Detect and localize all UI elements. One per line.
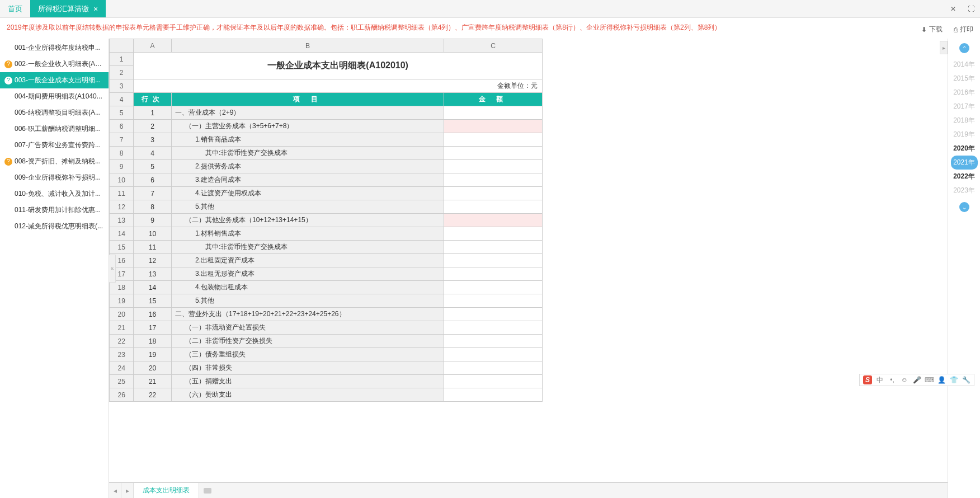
row-header[interactable]: 18 <box>110 281 134 294</box>
line-number-cell[interactable]: 2 <box>134 120 172 133</box>
print-button[interactable]: ⎙ 打印 <box>954 25 973 34</box>
amount-cell[interactable] <box>444 120 543 133</box>
item-cell[interactable]: 一、营业成本（2+9） <box>171 106 444 120</box>
item-cell[interactable]: （二）其他业务成本（10+12+13+14+15） <box>171 214 444 227</box>
row-header[interactable]: 25 <box>110 375 134 388</box>
ime-logo-icon[interactable]: S <box>863 375 872 384</box>
row-header[interactable]: 14 <box>110 227 134 241</box>
ime-user-icon[interactable]: 👤 <box>937 375 946 384</box>
amount-cell[interactable] <box>444 160 543 173</box>
item-cell[interactable]: （一）非流动资产处置损失 <box>171 321 444 335</box>
col-header-c[interactable]: C <box>444 39 543 53</box>
item-cell[interactable]: （六）赞助支出 <box>171 388 444 402</box>
row-header[interactable]: 26 <box>110 388 134 402</box>
amount-cell[interactable] <box>444 241 543 254</box>
help-icon[interactable]: ? <box>4 77 12 84</box>
amount-cell[interactable] <box>444 254 543 267</box>
close-icon[interactable]: × <box>93 4 98 13</box>
amount-cell[interactable] <box>444 361 543 375</box>
ime-keyboard-icon[interactable]: ⌨ <box>925 375 934 384</box>
year-item[interactable]: 2015年 <box>951 72 978 86</box>
line-number-cell[interactable]: 19 <box>134 348 172 361</box>
year-item[interactable]: 2022年 <box>951 170 978 184</box>
ime-tool-icon[interactable]: 🔧 <box>962 375 970 384</box>
year-item[interactable]: 2017年 <box>951 100 978 114</box>
amount-cell[interactable] <box>444 187 543 200</box>
sidebar-item[interactable]: 010-免税、减计收入及加计... <box>0 186 109 202</box>
sidebar-item[interactable]: 011-研发费用加计扣除优惠... <box>0 202 109 218</box>
line-number-cell[interactable]: 12 <box>134 254 172 267</box>
item-cell[interactable]: （四）非常损失 <box>171 361 444 375</box>
row-header[interactable]: 21 <box>110 321 134 335</box>
sheet-nav-first-icon[interactable]: ◂ <box>109 483 121 498</box>
year-item[interactable]: 2023年 <box>951 184 978 198</box>
horizontal-scrollbar[interactable] <box>199 483 948 498</box>
ime-skin-icon[interactable]: 👕 <box>949 375 958 384</box>
row-header[interactable]: 11 <box>110 187 134 200</box>
line-number-cell[interactable]: 17 <box>134 321 172 335</box>
amount-cell[interactable] <box>444 348 543 361</box>
col-header-b[interactable]: B <box>171 39 444 53</box>
item-cell[interactable]: 二、营业外支出（17+18+19+20+21+22+23+24+25+26） <box>171 308 444 321</box>
download-button[interactable]: ⬇ 下载 <box>921 25 943 34</box>
row-header[interactable]: 8 <box>110 147 134 160</box>
year-item[interactable]: 2014年 <box>951 58 978 72</box>
row-header[interactable]: 10 <box>110 173 134 187</box>
row-header[interactable]: 9 <box>110 160 134 173</box>
item-cell[interactable]: （三）债务重组损失 <box>171 348 444 361</box>
sidebar-item[interactable]: ?002-一般企业收入明细表(A10... <box>0 56 109 72</box>
item-cell[interactable]: 2.提供劳务成本 <box>171 160 444 173</box>
ime-emoji-icon[interactable]: ☺ <box>900 375 909 384</box>
amount-cell[interactable] <box>444 133 543 147</box>
amount-cell[interactable] <box>444 281 543 294</box>
sidebar-item[interactable]: ?008-资产折旧、摊销及纳税... <box>0 153 109 170</box>
item-cell[interactable]: 3.建造合同成本 <box>171 173 444 187</box>
row-header[interactable]: 22 <box>110 335 134 348</box>
ime-toolbar[interactable]: S 中 •, ☺ 🎤 ⌨ 👤 👕 🔧 <box>859 374 974 386</box>
row-header[interactable]: 7 <box>110 133 134 147</box>
help-icon[interactable]: ? <box>4 60 12 68</box>
year-item[interactable]: 2018年 <box>951 114 978 128</box>
amount-cell[interactable] <box>444 388 543 402</box>
year-rail-expand-handle[interactable]: ▸ <box>940 41 948 54</box>
item-cell[interactable]: 1.材料销售成本 <box>171 227 444 241</box>
line-number-cell[interactable]: 3 <box>134 133 172 147</box>
row-header[interactable]: 3 <box>110 79 134 93</box>
year-item[interactable]: 2021年 <box>951 156 978 170</box>
sidebar-item[interactable]: 004-期间费用明细表(A1040... <box>0 88 109 105</box>
sidebar-item[interactable]: 006-职工薪酬纳税调整明细... <box>0 121 109 137</box>
line-number-cell[interactable]: 18 <box>134 335 172 348</box>
year-up-icon[interactable]: ⌃ <box>959 43 969 53</box>
line-number-cell[interactable]: 16 <box>134 308 172 321</box>
row-header[interactable]: 12 <box>110 200 134 214</box>
amount-cell[interactable] <box>444 214 543 227</box>
amount-cell[interactable] <box>444 173 543 187</box>
spreadsheet[interactable]: A B C 1 一般企业成本支出明细表(A102010) 2 3 金额单位：元 <box>109 39 948 482</box>
line-number-cell[interactable]: 11 <box>134 241 172 254</box>
item-cell[interactable]: 4.让渡资产使用权成本 <box>171 187 444 200</box>
line-number-cell[interactable]: 1 <box>134 106 172 120</box>
row-header[interactable]: 6 <box>110 120 134 133</box>
row-header[interactable]: 19 <box>110 294 134 308</box>
row-header[interactable]: 20 <box>110 308 134 321</box>
sidebar-item[interactable]: 001-企业所得税年度纳税申... <box>0 40 109 56</box>
item-cell[interactable]: 3.出租无形资产成本 <box>171 267 444 281</box>
line-number-cell[interactable]: 8 <box>134 200 172 214</box>
row-header[interactable]: 2 <box>110 66 134 79</box>
row-header[interactable]: 13 <box>110 214 134 227</box>
item-cell[interactable]: 5.其他 <box>171 200 444 214</box>
ime-lang-icon[interactable]: 中 <box>875 375 884 384</box>
amount-cell[interactable] <box>444 335 543 348</box>
line-number-cell[interactable]: 20 <box>134 361 172 375</box>
year-item[interactable]: 2020年 <box>951 142 978 156</box>
year-item[interactable]: 2016年 <box>951 86 978 100</box>
amount-cell[interactable] <box>444 227 543 241</box>
sidebar-collapse-handle[interactable]: « <box>109 255 116 283</box>
amount-cell[interactable] <box>444 308 543 321</box>
year-item[interactable]: 2019年 <box>951 128 978 142</box>
row-header[interactable]: 1 <box>110 53 134 66</box>
item-cell[interactable]: 4.包装物出租成本 <box>171 281 444 294</box>
sidebar-item[interactable]: ?003-一般企业成本支出明细... <box>0 72 109 88</box>
line-number-cell[interactable]: 4 <box>134 147 172 160</box>
sheet-nav-last-icon[interactable]: ▸ <box>121 483 134 498</box>
